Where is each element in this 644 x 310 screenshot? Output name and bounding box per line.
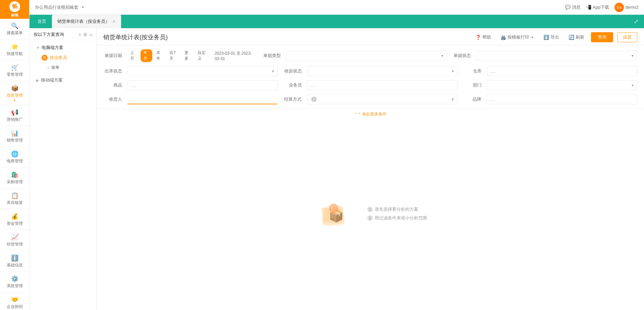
sidebar-item-search[interactable]: 🔍 搜索菜单: [0, 19, 29, 40]
product-dots: ...: [130, 83, 137, 88]
receiver-input[interactable]: ...: [127, 94, 277, 104]
message-icon: 💬: [565, 5, 571, 10]
plan-group-mobile-label[interactable]: ▶ 移动端方案: [30, 75, 96, 85]
department-select[interactable]: ▼: [487, 80, 637, 90]
refresh-btn[interactable]: 🔄 刷新: [566, 33, 587, 42]
doc-status-arrow: ▼: [631, 54, 634, 58]
out-status-select[interactable]: ▼: [127, 66, 278, 76]
template-print-btn[interactable]: 🖨️ 按模板打印 ▼: [498, 33, 537, 42]
date-tab-this-month[interactable]: 本月: [141, 49, 152, 62]
doc-status-select[interactable]: ▼: [476, 51, 637, 61]
filter-row-2: 出库状态 ▼ 收款状态 ▼ 仓库 ...: [103, 66, 637, 76]
settings-plan-btn[interactable]: ⚙: [83, 32, 88, 37]
sidebar-item-enterprise[interactable]: 🤝 企业协同: [0, 293, 29, 310]
sidebar-item-label: 快捷导航: [7, 51, 23, 57]
receiver-label: 收货人: [103, 96, 122, 102]
expand-arrow-icon: ▼: [36, 46, 40, 50]
out-status-label: 出库状态: [103, 68, 122, 74]
sales-icon: 📊: [11, 130, 18, 137]
tab-sales-stats-label: 销货单统计表（按业务员）: [57, 18, 110, 24]
date-tab-more[interactable]: 更多: [182, 49, 194, 62]
enterprise-icon: 🤝: [11, 296, 18, 303]
tab-close-icon[interactable]: ✕: [112, 19, 115, 24]
sidebar-item-label: 营销推广: [7, 117, 23, 122]
user-menu-btn[interactable]: Ea demo2: [614, 3, 639, 12]
tab-home-label: 首页: [38, 18, 46, 24]
export-label: 导出: [550, 34, 559, 40]
add-plan-btn[interactable]: +: [78, 32, 81, 37]
sidebar-item-label: 批发管理: [7, 93, 23, 98]
product-select[interactable]: ...: [127, 80, 278, 90]
expand-arrow-icon: ▶: [36, 79, 39, 82]
collapse-more-btn[interactable]: ⌃⌃ 收起更多条件: [97, 108, 644, 120]
doc-type-label: 单据类型: [262, 53, 281, 59]
date-tab-7days[interactable]: 近7天: [167, 49, 180, 62]
message-btn[interactable]: 💬 消息: [565, 4, 581, 10]
message-label: 消息: [572, 4, 581, 10]
search-icon: 🔍: [11, 22, 18, 30]
plan-item-by-salesperson[interactable]: 按 按业务员: [30, 53, 96, 63]
brand-select[interactable]: ...: [487, 94, 637, 104]
sub-item-label: 按单: [51, 65, 59, 70]
date-tab-custom[interactable]: 自定义: [195, 49, 210, 62]
department-label: 部门: [463, 82, 482, 88]
print-dropdown-arrow: ▼: [531, 36, 534, 39]
app-download-btn[interactable]: 📲 App下载: [586, 4, 609, 10]
refresh-icon: 🔄: [569, 35, 574, 40]
help-btn[interactable]: ❓ 帮助: [473, 33, 494, 42]
date-tab-this-year[interactable]: 本年: [154, 49, 165, 62]
collapse-label: 收起更多条件: [362, 111, 386, 117]
doc-type-select[interactable]: ▼: [286, 51, 447, 61]
export-btn[interactable]: ⬇️ 导出: [541, 33, 562, 42]
date-tab-last-month[interactable]: 上月: [127, 49, 139, 62]
doc-type-arrow: ▼: [440, 54, 444, 58]
plan-group-desktop-label[interactable]: ▼ 电脑端方案: [30, 43, 96, 53]
export-icon: ⬇️: [543, 35, 549, 40]
sidebar-item-wholesale[interactable]: 📦 批发管理 ▲: [0, 81, 29, 105]
right-panel: 销货单统计表(按业务员) ❓ 帮助 🖨️ 按模板打印 ▼ ⬇️: [97, 28, 644, 310]
sidebar: 畅 标惟 🔍 搜索菜单 ⭐ 快捷导航 🛒 零售管理 📦 批发管理 ▲ 📢 营销推…: [0, 0, 30, 310]
sidebar-item-operation[interactable]: 📈 经营管理: [0, 230, 29, 251]
filter-row-4: 收货人 ... 结算方式 × ▼ 品牌 ...: [103, 94, 637, 104]
sidebar-item-label: 零售管理: [7, 72, 23, 78]
svg-point-4: [329, 204, 338, 213]
plan-item-label: 按业务员: [50, 55, 67, 61]
payment-clear-btn[interactable]: ×: [311, 97, 317, 102]
content-area: 按以下方案查询 + ⚙ « ▼ 电脑端方案 按 按业务员 ⟐ 按单: [30, 28, 644, 310]
warehouse-label: 仓库: [463, 68, 482, 74]
collect-status-label: 收款状态: [283, 68, 302, 74]
tab-expand-btn[interactable]: ⤢: [631, 18, 641, 25]
date-tabs: 上月 本月 本年 近7天 更多 自定义: [127, 49, 210, 62]
collapse-panel-btn[interactable]: «: [90, 32, 92, 37]
query-button[interactable]: 查询: [591, 32, 613, 42]
plan-group-mobile: ▶ 移动端方案: [30, 74, 96, 87]
sidebar-item-system[interactable]: ⚙️ 系统管理: [0, 272, 29, 293]
collect-status-select[interactable]: ▼: [307, 66, 458, 76]
sidebar-item-sales[interactable]: 📊 销售管理: [0, 126, 29, 147]
sidebar-item-finance[interactable]: 💰 资金管理: [0, 209, 29, 230]
sidebar-item-basic-info[interactable]: ℹ️ 基础信息: [0, 251, 29, 272]
settings-button[interactable]: 设置: [617, 32, 637, 42]
sidebar-item-retail[interactable]: 🛒 零售管理: [0, 60, 29, 81]
sidebar-item-ecommerce[interactable]: 🌐 电商管理: [0, 147, 29, 168]
plan-group-desktop-text: 电脑端方案: [42, 45, 63, 51]
date-range-text: 2023-03-01 至 2023-03-31: [215, 51, 257, 61]
tab-home[interactable]: 首页: [32, 15, 52, 28]
salesperson-select[interactable]: ...: [307, 80, 458, 90]
sidebar-item-label: 系统管理: [7, 283, 23, 289]
company-title: 办公用品行业模拟账套: [35, 4, 78, 10]
company-dropdown-arrow[interactable]: ▼: [81, 5, 85, 9]
sidebar-item-purchase[interactable]: 🛍️ 采购管理: [0, 168, 29, 189]
logo-text: 标惟: [11, 13, 18, 18]
sidebar-item-label: 采购管理: [7, 179, 23, 185]
purchase-icon: 🛍️: [11, 171, 18, 178]
empty-illustration: 📦 !: [314, 195, 354, 235]
sidebar-item-marketing[interactable]: 📢 营销推广: [0, 105, 29, 126]
sidebar-item-quick-nav[interactable]: ⭐ 快捷导航: [0, 40, 29, 60]
payment-method-select[interactable]: × ▼: [307, 94, 458, 104]
plan-sub-item-by-doc[interactable]: ⟐ 按单: [30, 63, 96, 72]
warehouse-select[interactable]: ...: [487, 66, 637, 76]
sidebar-item-inventory[interactable]: 📋 库存核算: [0, 189, 29, 209]
tab-sales-stats[interactable]: 销货单统计表（按业务员） ✕: [52, 15, 121, 28]
retail-icon: 🛒: [11, 64, 18, 71]
